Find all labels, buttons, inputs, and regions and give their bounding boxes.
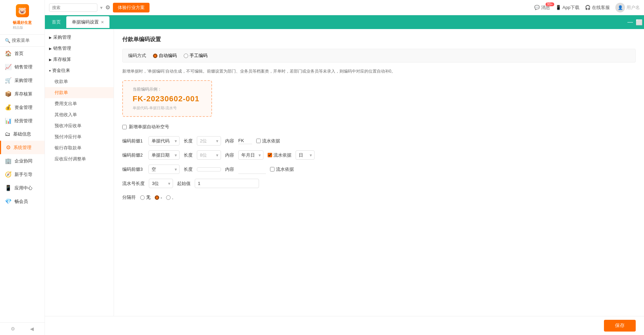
- service-icon: 🎧: [585, 5, 590, 10]
- serial-start-input[interactable]: [195, 179, 259, 188]
- side-group-inventory[interactable]: ▶ 库存核算: [45, 54, 114, 65]
- separator-none-radio[interactable]: [140, 195, 145, 200]
- auto-fill-label: 新增单据自动补空号: [129, 124, 169, 130]
- prefix3-serial-checkbox[interactable]: [270, 167, 275, 171]
- tab-home[interactable]: 首页: [46, 16, 66, 28]
- separator-dot-item[interactable]: .: [166, 195, 173, 200]
- serial-length-select[interactable]: 3位: [149, 179, 173, 188]
- chevron-down-icon[interactable]: ▾: [100, 5, 103, 10]
- prefix3-content-placeholder: [238, 165, 266, 174]
- tab-close-icon[interactable]: ✕: [101, 20, 104, 25]
- separator-dot-radio[interactable]: [166, 195, 171, 200]
- prefix1-length-select-wrapper[interactable]: 2位 ▾: [197, 136, 221, 146]
- separator-dash-item[interactable]: -: [155, 195, 162, 200]
- auto-encode-radio-item[interactable]: 自动编码: [153, 53, 177, 59]
- nav-label-basic: 基础信息: [13, 131, 31, 137]
- serial-length-select-wrapper[interactable]: 3位 ▾: [149, 179, 173, 188]
- nav-item-finance[interactable]: 💰 资金管理: [0, 101, 45, 114]
- prefix3-select[interactable]: 空: [148, 165, 180, 174]
- prefix1-serial-checkbox-item[interactable]: 流水依据: [256, 138, 280, 144]
- prefix2-serial-unit-select[interactable]: 日 月 年: [296, 150, 315, 160]
- prefix2-length-label: 长度: [184, 152, 193, 158]
- nav-item-purchase[interactable]: 🛒 采购管理: [0, 74, 45, 87]
- tab-code-setting[interactable]: 单据编码设置 ✕: [66, 16, 109, 28]
- prefix2-length-select[interactable]: 8位: [197, 150, 221, 160]
- save-button[interactable]: 保存: [604, 320, 636, 332]
- side-group-purchase[interactable]: ▶ 采购管理: [45, 32, 114, 43]
- side-item-bank-deposit-label: 银行存取款单: [55, 145, 81, 150]
- prefix3-length-placeholder: [197, 167, 221, 171]
- separator-row: 分隔符 无 - .: [122, 194, 636, 201]
- prefix2-serial-checkbox[interactable]: [268, 153, 272, 157]
- side-item-income[interactable]: 其他收入单: [45, 109, 114, 120]
- nav-item-member[interactable]: 💎 畅会员: [0, 195, 45, 208]
- nav-item-system[interactable]: ⚙ 系统管理: [0, 141, 45, 154]
- side-menu: ▶ 采购管理 ▶ 销售管理 ▶ 库存核算 ▾ 资金往来 收款单 付款单: [45, 29, 114, 316]
- header-left: ▾ ⚙ 体验行业方案: [49, 3, 150, 12]
- code-preview-label: 当前编码示例：: [133, 86, 202, 92]
- side-item-ar-ap-label: 应收应付调整单: [55, 156, 86, 161]
- manual-encode-radio-item[interactable]: 手工编码: [184, 53, 208, 59]
- prefix1-select-wrapper[interactable]: 单据代码 ▾: [148, 136, 180, 146]
- side-item-bank-deposit[interactable]: 银行存取款单: [45, 142, 114, 153]
- side-group-sales[interactable]: ▶ 销售管理: [45, 43, 114, 54]
- side-item-payment-label: 付款单: [55, 90, 68, 95]
- prefix1-select[interactable]: 单据代码: [148, 136, 180, 146]
- nav-label-enterprise: 企业协同: [15, 158, 32, 164]
- prefix3-length-label: 长度: [184, 166, 193, 173]
- nav-item-sales[interactable]: 📈 销售管理: [0, 60, 45, 74]
- prefix3-serial-checkbox-item[interactable]: 流水依据: [270, 166, 294, 173]
- user-area[interactable]: 👤 用户名: [615, 3, 640, 12]
- collapse-icon[interactable]: ◀: [30, 326, 34, 332]
- side-item-prepay-pay[interactable]: 预付冲应付单: [45, 131, 114, 142]
- nav-item-apps[interactable]: 📱 应用中心: [0, 181, 45, 195]
- prefix2-select[interactable]: 单据日期: [148, 150, 180, 160]
- prefix3-select-wrapper[interactable]: 空 ▾: [148, 165, 180, 174]
- prefix2-serial-unit-wrapper[interactable]: 日 月 年 ▾: [296, 150, 315, 160]
- gear-icon[interactable]: ⚙: [105, 4, 110, 11]
- side-item-prepay-receive[interactable]: 预收冲应收单: [45, 120, 114, 131]
- side-group-capital[interactable]: ▾ 资金往来: [45, 65, 114, 76]
- prefix2-content-select-wrapper[interactable]: 年月日 ▾: [238, 150, 263, 160]
- auto-encode-radio[interactable]: [153, 54, 157, 58]
- tab-minimize-btn[interactable]: —: [627, 19, 633, 26]
- prefix2-select-wrapper[interactable]: 单据日期 ▾: [148, 150, 180, 160]
- side-item-ar-ap[interactable]: 应收应付调整单: [45, 153, 114, 165]
- tab-maximize-btn[interactable]: ⬜: [636, 19, 643, 26]
- auto-encode-label: 自动编码: [159, 53, 177, 59]
- message-btn[interactable]: 💬 消息 99+: [534, 4, 550, 11]
- separator-dash-radio[interactable]: [155, 195, 159, 200]
- settings-bottom-icon[interactable]: ⚙: [11, 326, 15, 332]
- nav-item-enterprise[interactable]: 🏢 企业协同: [0, 154, 45, 168]
- separator-none-item[interactable]: 无: [140, 194, 151, 201]
- app-download-btn[interactable]: 📱 App下载: [556, 4, 579, 11]
- nav-label-apps: 应用中心: [15, 185, 32, 191]
- online-service-label: 在线客服: [592, 4, 610, 11]
- nav-item-inventory[interactable]: 📦 库存核算: [0, 87, 45, 101]
- app-subtitle: 精品版: [13, 25, 32, 30]
- avatar: 👤: [615, 3, 625, 12]
- prefix2-length-select-wrapper[interactable]: 8位 ▾: [197, 150, 221, 160]
- prefix1-length-select[interactable]: 2位: [197, 136, 221, 146]
- prefix2-content-select[interactable]: 年月日: [238, 150, 263, 160]
- auto-fill-checkbox[interactable]: [122, 125, 127, 129]
- online-service-btn[interactable]: 🎧 在线客服: [585, 4, 610, 11]
- nav-item-home[interactable]: 🏠 首页: [0, 47, 45, 60]
- industry-plan-button[interactable]: 体验行业方案: [113, 3, 150, 12]
- nav-item-operation[interactable]: 📊 经营管理: [0, 114, 45, 128]
- nav-item-guide[interactable]: 🧭 新手引导: [0, 168, 45, 181]
- prefix3-content-label: 内容: [225, 166, 234, 173]
- nav-search[interactable]: 🔍 搜索菜单: [0, 35, 45, 47]
- purchase-icon: 🛒: [5, 77, 12, 84]
- search-input[interactable]: [49, 3, 97, 12]
- username: 用户名: [626, 4, 640, 11]
- side-item-receipt[interactable]: 收款单: [45, 76, 114, 87]
- side-item-payment[interactable]: 付款单: [45, 87, 114, 98]
- prefix2-label: 编码前缀2: [122, 152, 144, 158]
- nav-label-purchase: 采购管理: [15, 77, 32, 84]
- side-item-expense[interactable]: 费用支出单: [45, 98, 114, 109]
- nav-item-basic[interactable]: 🗂 基础信息: [0, 128, 45, 141]
- prefix2-serial-checkbox-item[interactable]: 流水依据: [268, 152, 291, 158]
- prefix1-serial-checkbox[interactable]: [256, 139, 261, 143]
- manual-encode-radio[interactable]: [184, 54, 188, 58]
